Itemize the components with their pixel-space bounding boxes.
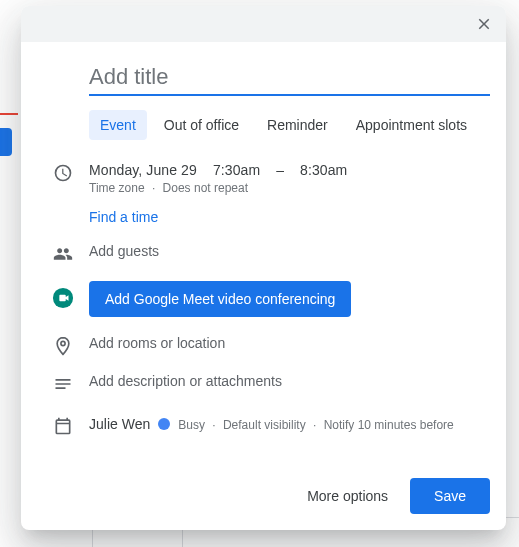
location-icon: [37, 335, 89, 356]
create-event-dialog: Event Out of office Reminder Appointment…: [21, 6, 506, 530]
visibility-label: Default visibility: [223, 418, 306, 432]
timezone-label[interactable]: Time zone: [89, 181, 145, 195]
dialog-footer: More options Save: [21, 464, 506, 530]
event-date: Monday, June 29: [89, 162, 197, 178]
end-time: 8:30am: [300, 162, 347, 178]
now-indicator: [0, 113, 18, 115]
event-type-tabs: Event Out of office Reminder Appointment…: [37, 110, 490, 140]
calendar-owner[interactable]: Julie Wen: [89, 416, 150, 432]
find-a-time-link[interactable]: Find a time: [89, 209, 158, 225]
tab-appointment-slots[interactable]: Appointment slots: [345, 110, 478, 140]
people-icon: [37, 243, 89, 264]
start-time: 7:30am: [213, 162, 260, 178]
busy-label: Busy: [178, 418, 205, 432]
title-input[interactable]: [89, 58, 490, 96]
event-chip-partial: [0, 128, 12, 156]
repeat-label[interactable]: Does not repeat: [163, 181, 248, 195]
notify-label: Notify 10 minutes before: [324, 418, 454, 432]
tab-out-of-office[interactable]: Out of office: [153, 110, 250, 140]
tab-event[interactable]: Event: [89, 110, 147, 140]
datetime-summary[interactable]: Monday, June 29 7:30am – 8:30am: [89, 162, 490, 178]
clock-icon: [37, 162, 89, 183]
time-separator: –: [276, 162, 284, 178]
add-meet-button[interactable]: Add Google Meet video conferencing: [89, 281, 351, 317]
add-location-field[interactable]: Add rooms or location: [89, 335, 490, 351]
more-options-button[interactable]: More options: [301, 480, 394, 512]
close-button[interactable]: [472, 12, 496, 36]
dialog-header: [21, 6, 506, 42]
save-button[interactable]: Save: [410, 478, 490, 514]
calendar-settings-line[interactable]: Busy · Default visibility · Notify 10 mi…: [178, 418, 454, 432]
add-description-field[interactable]: Add description or attachments: [89, 373, 490, 389]
datetime-subline: Time zone · Does not repeat: [89, 181, 490, 195]
calendar-icon: [37, 415, 89, 436]
description-icon: [37, 373, 89, 394]
tab-reminder[interactable]: Reminder: [256, 110, 339, 140]
meet-icon: [37, 281, 89, 309]
calendar-color-dot: [158, 418, 170, 430]
add-guests-field[interactable]: Add guests: [89, 243, 490, 259]
